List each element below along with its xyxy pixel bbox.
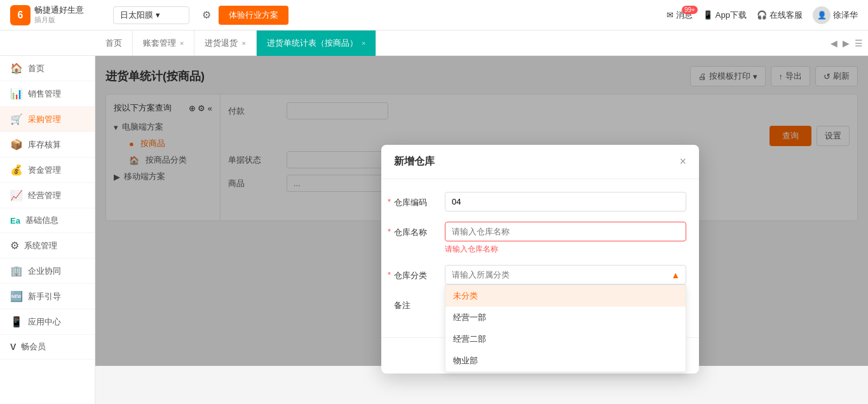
tab-close-account[interactable]: ×	[180, 39, 184, 47]
tab-next-icon[interactable]: ▶	[843, 38, 850, 48]
name-control: 请输入仓库名称	[445, 222, 686, 255]
gear-icon[interactable]: ⚙	[202, 9, 211, 21]
dialog-close-button[interactable]: ×	[679, 155, 686, 168]
operations-icon: 📈	[10, 189, 23, 201]
code-label: 仓库编码	[394, 192, 445, 208]
logo-text: 畅捷通好生意	[34, 5, 84, 15]
inventory-icon: 📦	[10, 138, 23, 151]
name-label: 仓库名称	[394, 222, 445, 238]
tab-account[interactable]: 账套管理 ×	[133, 30, 194, 56]
main-layout: 🏠 首页 📊 销售管理 🛒 采购管理 📦 库存核算 💰 资金管理 📈 经营管理 …	[0, 56, 868, 404]
user-avatar-item[interactable]: 👤 徐泽华	[813, 6, 858, 24]
dialog-body: 仓库编码 仓库名称 请输入仓库名称 仓库分类	[381, 179, 699, 337]
sidebar-item-home[interactable]: 🏠 首页	[0, 56, 95, 81]
guide-icon: 🆕	[10, 290, 23, 302]
sidebar-item-finance[interactable]: 💰 资金管理	[0, 158, 95, 183]
online-service-item[interactable]: 🎧 在线客服	[757, 10, 803, 21]
category-chevron-up-icon[interactable]: ▲	[671, 270, 680, 280]
app-center-icon: 📱	[10, 316, 23, 328]
logo-area: 6 畅捷通好生意 插月版	[10, 5, 105, 25]
tab-close-purchase-stats[interactable]: ×	[362, 39, 365, 47]
tab-close-purchase-return[interactable]: ×	[241, 39, 245, 47]
member-icon: V	[10, 342, 16, 352]
code-input[interactable]	[445, 192, 686, 212]
form-row-name: 仓库名称 请输入仓库名称	[394, 222, 686, 255]
category-label: 仓库分类	[394, 265, 445, 281]
finance-icon: 💰	[10, 164, 23, 176]
dropdown-item-1[interactable]: 经营一部	[445, 307, 686, 328]
sidebar-item-sales[interactable]: 📊 销售管理	[0, 81, 95, 107]
sidebar-item-basic-info[interactable]: Ea 基础信息	[0, 208, 95, 233]
name-input[interactable]	[445, 222, 686, 241]
sidebar: 🏠 首页 📊 销售管理 🛒 采购管理 📦 库存核算 💰 资金管理 📈 经营管理 …	[0, 56, 95, 404]
tab-purchase-stats[interactable]: 进货单统计表（按商品） ×	[257, 30, 376, 56]
sidebar-item-app-center[interactable]: 📱 应用中心	[0, 309, 95, 335]
category-input[interactable]	[445, 265, 686, 285]
dropdown-item-0[interactable]: 未分类	[445, 285, 686, 307]
app-download-item[interactable]: 📱 App下载	[703, 10, 747, 21]
dropdown-item-2[interactable]: 经营二部	[445, 328, 686, 350]
category-dropdown: 未分类 经营一部 经营二部 物业部	[445, 285, 686, 372]
code-control	[445, 192, 686, 212]
store-selector[interactable]: 日太阳膜 ▾	[113, 6, 189, 24]
dropdown-item-3[interactable]: 物业部	[445, 350, 686, 372]
purchase-icon: 🛒	[10, 113, 23, 125]
tab-bar: 首页 账套管理 × 进货退货 × 进货单统计表（按商品） × ◀ ▶ ☰	[0, 30, 868, 56]
top-header: 6 畅捷通好生意 插月版 日太阳膜 ▾ ⚙ 体验行业方案 ✉ 消息 99+ 📱 …	[0, 0, 868, 30]
message-badge: 99+	[682, 6, 698, 14]
category-input-wrap: ▲	[445, 265, 686, 285]
tab-purchase-return[interactable]: 进货退货 ×	[194, 30, 256, 56]
tab-controls: ◀ ▶ ☰	[831, 38, 868, 48]
system-icon: ⚙	[10, 239, 19, 252]
sidebar-item-guide[interactable]: 🆕 新手引导	[0, 284, 95, 309]
note-label: 备注	[394, 295, 445, 311]
new-warehouse-dialog: 新增仓库 × 仓库编码 仓库名称 请输入仓库名称	[381, 145, 699, 374]
sales-icon: 📊	[10, 88, 23, 100]
message-icon-item[interactable]: ✉ 消息 99+	[667, 10, 693, 21]
tab-prev-icon[interactable]: ◀	[831, 38, 837, 48]
tab-menu-icon[interactable]: ☰	[855, 38, 863, 48]
tab-home[interactable]: 首页	[95, 30, 133, 56]
basic-info-icon: Ea	[10, 216, 20, 226]
logo-sub: 插月版	[34, 15, 84, 25]
sidebar-item-system[interactable]: ⚙ 系统管理	[0, 233, 95, 259]
home-icon: 🏠	[10, 62, 23, 74]
header-right: ✉ 消息 99+ 📱 App下载 🎧 在线客服 👤 徐泽华	[667, 6, 858, 24]
form-row-category: 仓库分类 ▲ 未分类 经营一部 经营二部 物业部	[394, 265, 686, 285]
dialog-header: 新增仓库 ×	[381, 145, 699, 179]
try-industry-button[interactable]: 体验行业方案	[219, 6, 288, 25]
sidebar-item-enterprise[interactable]: 🏢 企业协同	[0, 259, 95, 284]
logo-icon: 6	[10, 5, 31, 25]
sidebar-item-operations[interactable]: 📈 经营管理	[0, 183, 95, 208]
sidebar-item-inventory[interactable]: 📦 库存核算	[0, 132, 95, 158]
dialog-title: 新增仓库	[394, 155, 435, 168]
sidebar-item-member[interactable]: V 畅会员	[0, 335, 95, 360]
form-row-code: 仓库编码	[394, 192, 686, 212]
sidebar-item-purchase[interactable]: 🛒 采购管理	[0, 107, 95, 132]
avatar: 👤	[813, 6, 831, 24]
content-area: 进货单统计(按商品) 🖨 按模板打印 ▾ ↑ 导出 ↺ 刷新	[95, 56, 868, 404]
name-error-msg: 请输入仓库名称	[445, 244, 686, 255]
category-control: ▲ 未分类 经营一部 经营二部 物业部	[445, 265, 686, 285]
enterprise-icon: 🏢	[10, 265, 23, 277]
